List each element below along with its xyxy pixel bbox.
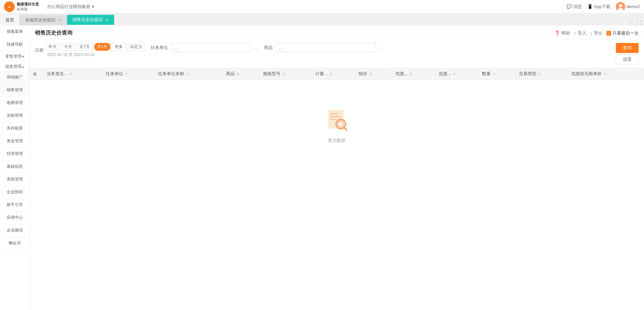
tab-purchase-history[interactable]: 采购历史价跟踪 ✕: [20, 15, 67, 25]
sort-icon: ⇅: [237, 72, 239, 76]
col-spec[interactable]: 规格型号 ⇅: [259, 68, 312, 80]
sidebar-item-purchase-mgmt[interactable]: 采购管理: [0, 109, 29, 122]
sort-icon: ⇅: [125, 72, 127, 76]
svg-text:6: 6: [8, 5, 10, 9]
date-filter-group: 日期 昨天 今天 近7天 近1月 更多 自定义 2023-02-18 至 202…: [35, 43, 145, 58]
from-unit-label: 往来单位: [151, 45, 168, 51]
import-btn[interactable]: ↑ 导入: [574, 30, 586, 36]
sidebar-item-marketing[interactable]: 营销推广: [0, 71, 29, 84]
logo-area: 6 畅捷通好生意 标准版: [4, 1, 39, 12]
sort-icon: ⇅: [186, 72, 189, 76]
date-btn-custom[interactable]: 自定义: [127, 43, 145, 51]
col-unit[interactable]: 计量... ⇅: [312, 68, 355, 80]
from-unit-filter: 往来单位 ...: [151, 43, 258, 52]
table-area: ⚙ 业务发生... ⇅ 往来单位 ⇅ 往来单位名称 ⇅: [30, 68, 644, 310]
sidebar: 搜索菜单 快捷导航 零售管理 ▾ 批发管理 ▴ 营销推广 销售管理 电商管理 采…: [0, 25, 30, 310]
sidebar-item-finance-mgmt[interactable]: 资金管理: [0, 135, 29, 148]
sidebar-item-wholesale-mgmt[interactable]: 批发管理 ▴: [0, 61, 29, 71]
date-btn-7days[interactable]: 近7天: [76, 43, 93, 51]
app-selector[interactable]: 办公用品行业模拟账套 ▾: [47, 4, 94, 10]
sort-icon: ⇅: [493, 72, 495, 76]
sort-icon: ⇅: [282, 72, 285, 76]
sidebar-item-ops-mgmt[interactable]: 经营管理: [0, 148, 29, 160]
logo-icon: 6: [4, 1, 15, 12]
sidebar-item-sys-mgmt[interactable]: 系统管理: [0, 173, 29, 186]
sidebar-item-sales-mgmt[interactable]: 销售管理: [0, 84, 29, 97]
empty-state: 暂无数据: [30, 80, 644, 170]
settings-button[interactable]: 设置: [616, 54, 639, 64]
message-btn[interactable]: 💬 消息: [567, 4, 582, 10]
date-btn-1month[interactable]: 近1月: [94, 43, 111, 51]
sidebar-item-guide[interactable]: 新手引导: [0, 199, 29, 211]
page-header: 销售历史价查询 ❓ 帮助 ↑ 导入 ↓ 导出 ✓ 只看最后一次: [30, 25, 644, 40]
svg-rect-8: [330, 119, 337, 120]
goods-dots-icon[interactable]: ...: [379, 45, 383, 51]
svg-point-3: [619, 4, 622, 7]
empty-icon: [323, 107, 350, 134]
sidebar-item-retail-mgmt[interactable]: 零售管理 ▾: [0, 51, 29, 61]
from-unit-dots-icon[interactable]: ...: [254, 45, 258, 51]
header-left: 6 畅捷通好生意 标准版 办公用品行业模拟账套 ▾: [4, 1, 94, 12]
sidebar-item-app-center[interactable]: 应用中心: [0, 211, 29, 224]
sidebar-item-inventory[interactable]: 库存核算: [0, 122, 29, 135]
col-discount2[interactable]: 优惠... ⇅: [435, 68, 478, 80]
search-menu-label: 搜索菜单: [7, 29, 23, 35]
date-range: 2023-02-18 至 2023-03-18: [47, 52, 145, 58]
sort-icon: ⇅: [410, 72, 412, 76]
col-biz-date[interactable]: 业务发生... ⇅: [43, 68, 102, 80]
col-from-unit[interactable]: 往来单位 ⇅: [102, 68, 154, 80]
logo-text: 畅捷通好生意 标准版: [17, 2, 39, 11]
download-icon: 📱: [587, 4, 593, 9]
filter-bar: 日期 昨天 今天 近7天 近1月 更多 自定义 2023-02-18 至 202…: [30, 40, 644, 68]
date-btn-yesterday[interactable]: 昨天: [46, 43, 60, 51]
sidebar-item-enterprise-wechat[interactable]: 企业微信: [0, 224, 29, 237]
sort-icon: ⇅: [330, 72, 332, 76]
user-area[interactable]: demo2: [616, 2, 640, 11]
col-trade-type[interactable]: 交易类型 ⇅: [515, 68, 568, 80]
col-quote[interactable]: 报价 ⇅: [355, 68, 392, 80]
chevron-up-icon: ▴: [22, 65, 24, 68]
export-btn[interactable]: ↓ 导出: [590, 30, 603, 36]
page-actions: ❓ 帮助 ↑ 导入 ↓ 导出 ✓ 只看最后一次: [554, 30, 639, 36]
tab-purchase-close-icon[interactable]: ✕: [58, 18, 61, 22]
goods-filter: 商品 ...: [264, 43, 383, 52]
query-button[interactable]: 查询: [616, 43, 639, 53]
sidebar-item-search-menu[interactable]: 搜索菜单: [0, 25, 29, 38]
only-last-checkbox-area[interactable]: ✓ 只看最后一次: [606, 30, 639, 36]
from-unit-input[interactable]: [171, 43, 251, 52]
header-right: 💬 消息 📱 App下载 demo2: [567, 2, 640, 11]
minimize-icon[interactable]: －: [629, 19, 634, 25]
empty-text: 暂无数据: [328, 138, 345, 144]
help-btn[interactable]: ❓ 帮助: [554, 30, 570, 36]
goods-input[interactable]: [275, 43, 376, 52]
only-last-checkbox[interactable]: ✓: [606, 31, 611, 36]
sort-icon: ⇅: [538, 72, 541, 76]
col-pre-tax-price[interactable]: 优惠前无税单价 ⇅: [568, 68, 644, 80]
app-download-btn[interactable]: 📱 App下载: [587, 4, 610, 10]
col-from-unit-name[interactable]: 往来单位名称 ⇅: [154, 68, 222, 80]
col-settings[interactable]: ⚙: [30, 68, 43, 80]
col-discount1[interactable]: 优惠... ⇅: [392, 68, 435, 80]
tab-sales-history[interactable]: 销售历史价跟踪 ✕: [67, 15, 114, 25]
import-icon: ↑: [574, 31, 576, 36]
sidebar-item-basic-info[interactable]: 基础信息: [0, 160, 29, 173]
data-table: ⚙ 业务发生... ⇅ 往来单位 ⇅ 往来单位名称 ⇅: [30, 68, 644, 80]
sidebar-item-quick-nav[interactable]: 快捷导航: [0, 38, 29, 51]
date-btn-more[interactable]: 更多: [112, 43, 126, 51]
sidebar-item-ecom-mgmt[interactable]: 电商管理: [0, 97, 29, 109]
maximize-icon[interactable]: ⛶: [637, 20, 641, 25]
message-icon: 💬: [567, 4, 572, 9]
tab-sales-close-icon[interactable]: ✕: [106, 18, 109, 22]
tab-home[interactable]: 首页: [0, 15, 20, 25]
date-label: 日期: [35, 47, 44, 53]
sidebar-item-enterprise[interactable]: 企业协同: [0, 186, 29, 199]
chevron-down-icon: ▾: [92, 4, 94, 9]
col-goods[interactable]: 商品 ⇅: [223, 68, 259, 80]
chevron-down-icon: ▾: [22, 55, 24, 58]
svg-rect-7: [330, 116, 340, 117]
goods-label: 商品: [264, 45, 273, 51]
page-title: 销售历史价查询: [35, 30, 72, 37]
date-btn-today[interactable]: 今天: [61, 43, 75, 51]
sidebar-item-member[interactable]: 畅会员: [0, 237, 29, 250]
col-quantity[interactable]: 数量 ⇅: [479, 68, 515, 80]
